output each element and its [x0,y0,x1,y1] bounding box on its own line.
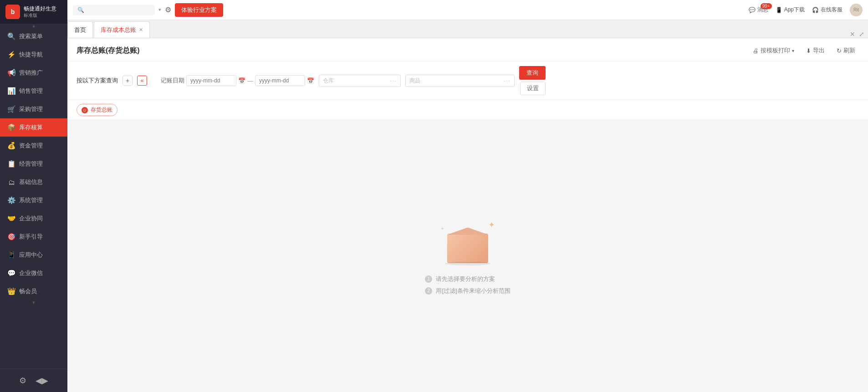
topbar-chevron-icon[interactable]: ▾ [158,7,161,13]
scroll-up[interactable]: ▲ [0,24,67,27]
content-area: 库存总账(存货总账) 🖨 按模板打印 ▾ ⬇ 导出 ↻ 刷新 按以下方案查询 [67,38,868,392]
industry-btn[interactable]: 体验行业方案 [175,3,223,17]
filter-collapse-btn[interactable]: « [137,76,147,86]
corp-icon: 🤝 [7,214,15,223]
guide-icon: 🎯 [7,233,15,241]
query-btn[interactable]: 查询 [519,66,546,80]
sidebar-nav: ▲ 🔍 搜索菜单 ⚡ 快捷导航 📢 营销推广 📊 销售管理 🛒 采购管理 📦 库… [0,24,67,369]
sidebar: b 畅捷通好生意 标准版 ▲ 🔍 搜索菜单 ⚡ 快捷导航 📢 营销推广 📊 销售… [0,0,67,392]
filter-goods[interactable]: 商品 ··· [405,75,515,87]
panel-close-btn[interactable]: ✕ [850,31,855,38]
sidebar-item-system[interactable]: ⚙️ 系统管理 [0,191,67,209]
tab-home[interactable]: 首页 [67,21,93,38]
sidebar-item-guide[interactable]: 🎯 新手引导 [0,228,67,246]
export-icon: ⬇ [806,47,811,54]
warehouse-more-icon[interactable]: ··· [390,77,397,84]
topbar: 🔍 ▾ ⚙ 体验行业方案 💬 消息 99+ 📱 App下载 🎧 在线客服 Rit [67,0,868,20]
sidebar-item-search[interactable]: 🔍 搜索菜单 [0,27,67,46]
page-header: 库存总账(存货总账) 🖨 按模板打印 ▾ ⬇ 导出 ↻ 刷新 [67,38,868,61]
refresh-icon: ↻ [837,47,842,54]
filter-bar: 按以下方案查询 + « 记账日期 📅 — 📅 仓库 ··· 商品 ··· 查询 [67,61,868,100]
box-top [447,228,488,235]
scheme-dot-icon: ⊙ [82,107,88,113]
messages-btn[interactable]: 💬 消息 99+ [749,6,768,14]
filter-warehouse[interactable]: 仓库 ··· [319,75,401,87]
sidebar-item-corp[interactable]: 🤝 企业协同 [0,209,67,228]
sidebar-item-purchase[interactable]: 🛒 采购管理 [0,100,67,118]
vip-icon: 👑 [7,287,15,295]
refresh-btn[interactable]: ↻ 刷新 [833,45,859,56]
box-body [447,234,488,263]
print-icon: 🖨 [753,47,759,54]
sidebar-bottom: ⚙ ◀▶ [0,369,67,392]
calendar-end-icon[interactable]: 📅 [307,77,314,84]
sparkle-icon: ✦ [488,220,495,230]
wechat-icon: 💬 [7,269,15,277]
service-icon: 🎧 [812,7,819,13]
goods-label: 商品 [409,77,420,85]
sidebar-logo: b 畅捷通好生意 标准版 [0,0,67,24]
marketing-icon: 📢 [7,69,15,77]
tab-bar: 首页 库存成本总账 ✕ ✕ ⤢ [67,20,868,38]
filter-date-group: 记账日期 📅 — 📅 [161,75,314,86]
goods-more-icon[interactable]: ··· [504,77,511,84]
online-service-btn[interactable]: 🎧 在线客服 [812,6,842,14]
tab-inventory-cost[interactable]: 库存成本总账 ✕ [94,21,150,38]
app-logo-icon: b [5,5,20,19]
user-avatar[interactable]: Rit [850,4,863,16]
filter-add-btn[interactable]: + [123,76,133,86]
empty-illustration: ✦ ✦ [436,218,500,268]
logo-char: b [11,8,15,15]
purchase-icon: 🛒 [7,105,15,113]
date-separator: — [247,77,253,84]
search-icon: 🔍 [7,32,15,41]
topbar-search[interactable]: 🔍 [73,5,155,15]
filter-settings-btn[interactable]: 设置 [520,81,546,95]
empty-hint-2: 2 用[过滤]条件来缩小分析范围 [425,287,510,295]
settings-bottom-btn[interactable]: ⚙ [15,374,30,387]
scheme-name: 存货总账 [91,106,112,114]
sparkle-icon2: ✦ [440,226,444,232]
quicknav-icon: ⚡ [7,51,15,59]
sidebar-item-inventory[interactable]: 📦 库存核算 [0,118,67,137]
system-icon: ⚙️ [7,196,15,204]
sidebar-item-operations[interactable]: 📋 经营管理 [0,155,67,173]
search-magnifier-icon: 🔍 [77,7,84,13]
filter-date-end[interactable] [255,75,305,86]
funds-icon: 💰 [7,142,15,150]
print-btn[interactable]: 🖨 按模板打印 ▾ [749,45,798,56]
filter-label: 按以下方案查询 [77,76,118,85]
sidebar-item-apps[interactable]: 📱 应用中心 [0,246,67,264]
hint-num-2: 2 [425,287,432,295]
sidebar-item-sales[interactable]: 📊 销售管理 [0,82,67,100]
sidebar-item-quicknav[interactable]: ⚡ 快捷导航 [0,46,67,64]
app-download-btn[interactable]: 📱 App下载 [776,6,805,14]
tab-close-icon[interactable]: ✕ [139,27,143,33]
empty-hints: 1 请先选择要分析的方案 2 用[过滤]条件来缩小分析范围 [425,275,510,295]
sidebar-item-marketing[interactable]: 📢 营销推广 [0,64,67,82]
apps-icon: 📱 [7,251,15,259]
operations-icon: 📋 [7,160,15,168]
filter-date-label: 记账日期 [161,76,184,85]
export-btn[interactable]: ⬇ 导出 [802,45,828,56]
hint-num-1: 1 [425,275,432,283]
message-icon: 💬 [749,7,756,13]
collapse-bottom-btn[interactable]: ◀▶ [32,374,52,387]
sidebar-item-funds[interactable]: 💰 资金管理 [0,137,67,155]
sidebar-item-basic[interactable]: 🗂 基础信息 [0,173,67,191]
panel-expand-btn[interactable]: ⤢ [859,31,864,38]
empty-state: ✦ ✦ 1 请先选择要分析的方案 2 用[过滤]条件来缩小分析范围 [67,120,868,392]
print-chevron-icon: ▾ [792,48,794,53]
sidebar-item-vip[interactable]: 👑 畅会员 [0,282,67,300]
scroll-down[interactable]: ▼ [0,300,67,304]
warehouse-label: 仓库 [323,77,334,85]
sidebar-item-wechat[interactable]: 💬 企业微信 [0,264,67,282]
scheme-item[interactable]: ⊙ 存货总账 [77,104,117,116]
empty-hint-1: 1 请先选择要分析的方案 [425,275,510,283]
app-icon: 📱 [776,7,782,13]
topbar-right: 💬 消息 99+ 📱 App下载 🎧 在线客服 Rit [749,4,863,16]
filter-date-start[interactable] [186,75,236,86]
calendar-start-icon[interactable]: 📅 [238,77,245,84]
topbar-settings-icon[interactable]: ⚙ [165,5,171,14]
box-shadow [445,262,490,265]
